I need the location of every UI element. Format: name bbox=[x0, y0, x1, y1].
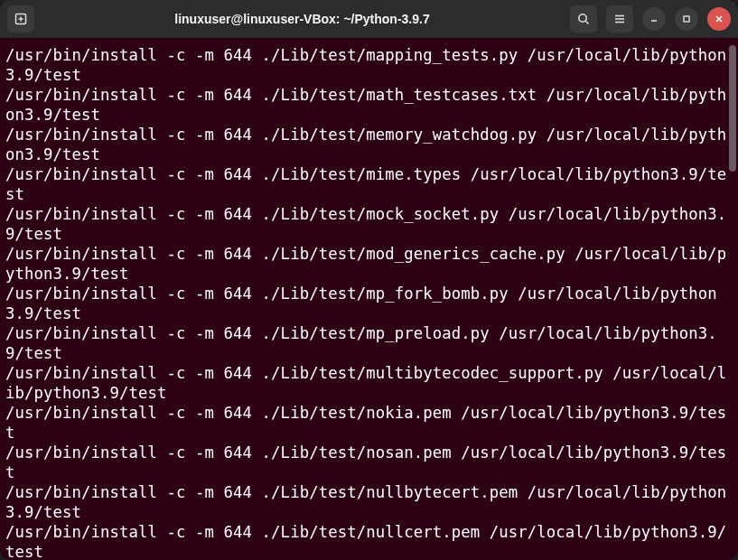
minimize-button[interactable] bbox=[642, 7, 666, 31]
minimize-icon bbox=[649, 14, 659, 24]
titlebar-left-group bbox=[7, 5, 34, 33]
maximize-button[interactable] bbox=[675, 7, 698, 31]
close-button[interactable] bbox=[707, 7, 731, 31]
close-icon bbox=[714, 14, 724, 24]
search-icon bbox=[576, 12, 591, 26]
window-title: linuxuser@linuxuser-VBox: ~/Python-3.9.7 bbox=[42, 12, 563, 26]
titlebar: linuxuser@linuxuser-VBox: ~/Python-3.9.7 bbox=[0, 0, 738, 38]
hamburger-icon bbox=[612, 12, 627, 26]
scrollbar-thumb[interactable] bbox=[729, 45, 736, 172]
maximize-icon bbox=[681, 14, 692, 24]
terminal-output: /usr/bin/install -c -m 644 ./Lib/test/ma… bbox=[5, 45, 733, 560]
titlebar-right-group bbox=[570, 5, 731, 33]
terminal-viewport[interactable]: /usr/bin/install -c -m 644 ./Lib/test/ma… bbox=[0, 38, 738, 560]
svg-rect-9 bbox=[684, 16, 689, 22]
svg-line-4 bbox=[585, 21, 588, 23]
new-tab-icon bbox=[14, 12, 28, 26]
new-tab-button[interactable] bbox=[7, 5, 34, 33]
menu-button[interactable] bbox=[606, 5, 633, 33]
search-button[interactable] bbox=[570, 5, 597, 33]
svg-point-3 bbox=[579, 14, 586, 22]
